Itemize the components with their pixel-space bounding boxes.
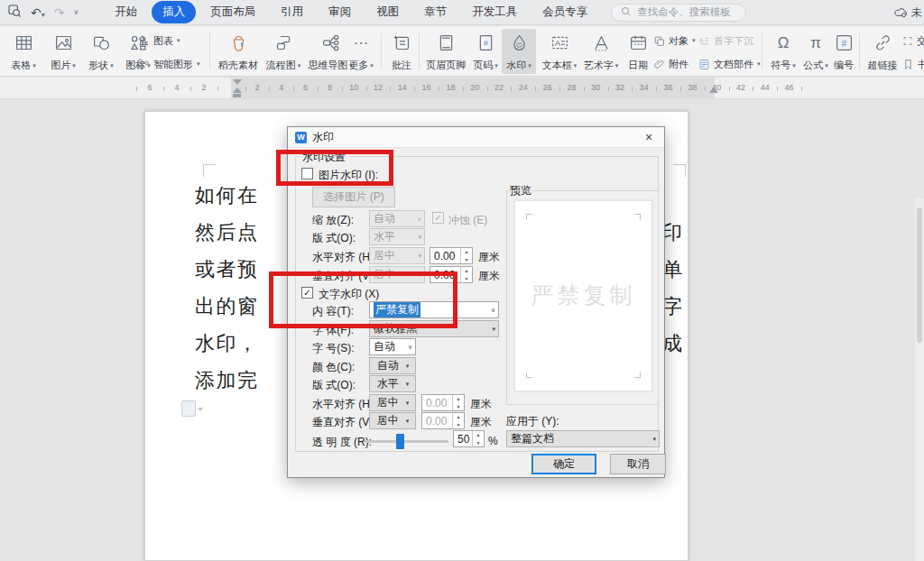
table-button[interactable]: 表格▾	[5, 29, 42, 74]
doc-text-line: 如何在	[195, 182, 259, 209]
numbering-icon: #	[835, 31, 854, 54]
pic-halign-label: 水平对齐 (H):	[312, 250, 376, 265]
wordart-icon	[592, 31, 611, 54]
dialog-title-bar[interactable]: W 水印 ×	[288, 127, 664, 148]
ruler-number: 2	[254, 83, 259, 92]
date-button[interactable]: 日期	[624, 29, 651, 74]
spin-down-icon: ▼	[461, 275, 472, 283]
tab-page-layout[interactable]: 页面布局	[199, 1, 266, 23]
dropcap-docparts-stack: A 首字下沉 文档部件▾	[698, 32, 761, 73]
caret-down-icon: ▾	[197, 60, 200, 68]
pic-halign-offset[interactable]: 0.00▲▼	[430, 247, 473, 264]
opacity-spinner[interactable]: 50▲▼	[453, 430, 485, 447]
tab-dev-tools[interactable]: 开发工具	[461, 1, 528, 23]
doc-text-line: 水印，	[195, 330, 259, 357]
font-size-select[interactable]: 自动∨	[369, 338, 416, 355]
picture-button[interactable]: 图片▾	[45, 29, 81, 74]
smartart-button[interactable]: 智能图形▾	[137, 55, 206, 73]
toolbar-collapse-icon[interactable]: ∨	[73, 8, 79, 16]
page-number-icon: #	[476, 31, 495, 54]
vertical-scrollbar[interactable]	[915, 198, 924, 561]
bookmark-button[interactable]: 书签	[902, 55, 924, 73]
watermark-button[interactable]: 水印▾	[502, 29, 536, 74]
caret-down-icon: ▾	[406, 363, 410, 370]
indent-marker[interactable]	[233, 79, 241, 97]
header-footer-button[interactable]: 页眉页脚	[422, 29, 469, 74]
caret-down-icon: ▾	[406, 418, 410, 425]
object-attachment-stack: 对象▾ 附件	[653, 32, 696, 73]
more-button[interactable]: ··· 更多▾	[345, 29, 377, 74]
ruler-number: 2	[201, 83, 206, 92]
search-input[interactable]: 查找命令、搜索模板	[611, 4, 746, 22]
ruler-number: 4	[174, 83, 179, 92]
chart-button[interactable]: 图表▾	[137, 32, 206, 50]
shapes-button[interactable]: 形状▾	[83, 29, 119, 74]
text-valign-label: 垂直对齐 (V):	[312, 415, 376, 430]
opacity-label: 透 明 度 (R):	[312, 435, 372, 450]
tab-member[interactable]: 会员专享	[531, 1, 598, 23]
symbol-button[interactable]: Ω 符号▾	[767, 29, 799, 74]
title-bar: ↶▾ ↷ ∨ 开始 插入 页面布局 引用 审阅 视图 章节 开发工具 会员专享 …	[0, 0, 924, 25]
margin-corner-mark	[673, 164, 686, 177]
tab-reference[interactable]: 引用	[270, 1, 314, 23]
caret-down-icon: ▾	[32, 62, 36, 69]
washout-label: 冲蚀 (E)	[448, 213, 487, 228]
comment-button[interactable]: 批注	[386, 29, 417, 74]
spin-down-icon: ▼	[461, 256, 472, 264]
page-options-float-icon[interactable]	[181, 400, 196, 417]
hyperlink-button[interactable]: 超链接	[863, 29, 902, 74]
font-size-label: 字 号(S):	[312, 341, 355, 356]
cross-reference-button[interactable]: 交叉引用	[902, 32, 924, 50]
page-number-button[interactable]: # 页码▾	[469, 29, 502, 74]
print-preview-icon[interactable]	[7, 4, 22, 22]
scrollbar-thumb[interactable]	[917, 207, 922, 343]
tab-review[interactable]: 审阅	[318, 1, 362, 23]
doc-parts-button[interactable]: 文档部件▾	[698, 55, 761, 73]
opacity-slider[interactable]	[364, 440, 448, 443]
ruler-number: 42	[736, 83, 745, 92]
flowchart-icon	[274, 31, 293, 54]
ok-button[interactable]: 确定	[531, 454, 596, 474]
ribbon-insert: 表格▾ 图片▾ 形状▾ 图标▾ 图表▾ 智能图形▾	[0, 26, 924, 77]
tab-home[interactable]: 开始	[104, 1, 148, 23]
tab-insert[interactable]: 插入	[152, 1, 196, 23]
pi-icon: π	[810, 31, 821, 54]
smartart-icon	[137, 58, 150, 70]
pic-layout-select: 水平▾	[369, 228, 425, 245]
flowchart-button[interactable]: 流程图▾	[263, 29, 303, 74]
textbox-button[interactable]: A 文本框▾	[540, 29, 579, 74]
close-icon[interactable]: ×	[641, 130, 657, 144]
cancel-button[interactable]: 取消	[610, 454, 666, 474]
text-valign-offset: 0.00▲▼	[421, 412, 465, 429]
horizontal-ruler[interactable]: 6422468101214161820222426283032343638404…	[0, 78, 924, 99]
undo-icon[interactable]: ↶▾	[31, 5, 45, 21]
docer-material-icon	[229, 31, 248, 54]
color-select[interactable]: 自动▾	[369, 357, 416, 374]
right-indent-marker[interactable]	[709, 87, 718, 93]
text-halign-select[interactable]: 居中▾	[369, 394, 416, 411]
wordart-button[interactable]: 艺术字▾	[581, 29, 621, 74]
tab-section[interactable]: 章节	[413, 1, 457, 23]
apply-to-select[interactable]: 整篇文档▾	[506, 430, 660, 447]
text-valign-select[interactable]: 居中▾	[369, 412, 416, 429]
caret-down-icon: ▾	[418, 253, 421, 260]
object-button[interactable]: 对象▾	[653, 32, 696, 50]
chevron-down-icon: ∨	[408, 344, 412, 351]
tab-view[interactable]: 视图	[365, 1, 410, 23]
pic-halign-select: 居中▾	[369, 247, 425, 264]
ruler-number: 38	[688, 83, 697, 92]
unit-label: 厘米	[478, 269, 500, 284]
text-layout-select[interactable]: 水平▾	[369, 375, 416, 392]
numbering-button[interactable]: # 编号	[830, 29, 857, 74]
attachment-button[interactable]: 附件	[653, 55, 696, 73]
spin-up-icon: ▲	[461, 267, 472, 275]
ruler-number: 6	[303, 83, 308, 92]
docer-material-button[interactable]: 稻壳素材	[215, 29, 262, 74]
preview-watermark-text: 严禁复制	[515, 280, 651, 310]
ruler-number: 34	[640, 83, 649, 92]
dialog-title: 水印	[312, 130, 334, 145]
formula-button[interactable]: π 公式▾	[801, 29, 830, 74]
apply-to-label: 应用于 (Y):	[506, 414, 559, 429]
cloud-sync-status[interactable]: 未	[894, 0, 924, 25]
opacity-slider-handle[interactable]	[396, 434, 404, 449]
